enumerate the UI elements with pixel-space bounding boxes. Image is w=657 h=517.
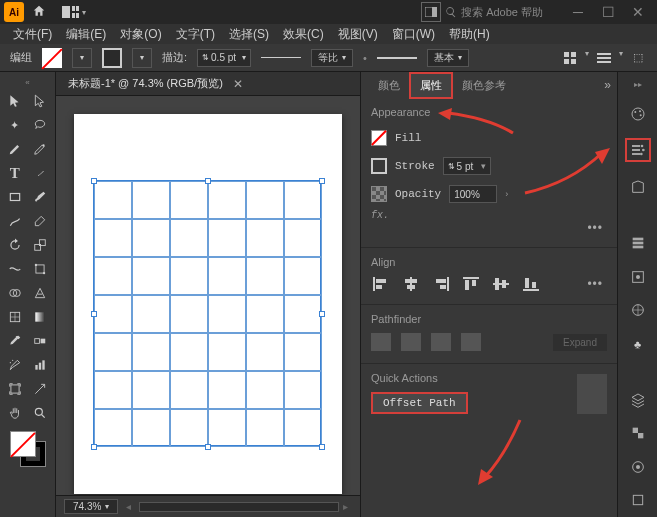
zoom-dropdown[interactable]: 74.3%▾	[64, 499, 118, 514]
gradient-panel-icon[interactable]: ♣	[625, 335, 651, 352]
align-h-center-icon[interactable]	[401, 276, 421, 292]
document-tab[interactable]: 未标题-1* @ 74.3% (RGB/预览)✕	[56, 72, 360, 96]
menu-view[interactable]: 视图(V)	[331, 26, 385, 43]
menu-select[interactable]: 选择(S)	[222, 26, 276, 43]
selection-tool-icon[interactable]	[2, 89, 28, 113]
align-more-icon[interactable]: •••	[587, 277, 607, 291]
symbol-sprayer-tool-icon[interactable]	[2, 353, 28, 377]
shape-mode-icon[interactable]: ⬚	[629, 49, 647, 67]
tab-properties[interactable]: 属性	[409, 72, 453, 99]
layers-panel-icon[interactable]	[625, 391, 651, 408]
menu-object[interactable]: 对象(O)	[113, 26, 168, 43]
graphic-styles-panel-icon[interactable]	[625, 492, 651, 509]
menu-edit[interactable]: 编辑(E)	[59, 26, 113, 43]
close-tab-icon[interactable]: ✕	[233, 77, 243, 91]
minimize-button[interactable]: ─	[563, 2, 593, 22]
zoom-tool-icon[interactable]	[28, 401, 54, 425]
align-left-icon[interactable]	[371, 276, 391, 292]
pf-unite-icon[interactable]	[371, 333, 391, 351]
gradient-tool-icon[interactable]	[28, 305, 54, 329]
align-v-center-icon[interactable]	[491, 276, 511, 292]
slice-tool-icon[interactable]	[28, 377, 54, 401]
brush-dropdown[interactable]: 基本 ▾	[427, 49, 469, 67]
type-tool-icon[interactable]: T	[2, 161, 28, 185]
home-icon[interactable]	[32, 4, 46, 20]
free-transform-tool-icon[interactable]	[28, 257, 54, 281]
pf-minus-front-icon[interactable]	[401, 333, 421, 351]
properties-panel-icon[interactable]	[625, 138, 651, 162]
artboard-tool-icon[interactable]	[2, 377, 28, 401]
appearance-more-icon[interactable]: •••	[371, 221, 607, 235]
symbols-panel-icon[interactable]	[625, 268, 651, 285]
fill-swatch-icon[interactable]	[371, 130, 387, 146]
tab-color[interactable]: 颜色	[369, 74, 409, 97]
menu-text[interactable]: 文字(T)	[169, 26, 222, 43]
swatches-panel-icon[interactable]	[625, 178, 651, 195]
blend-tool-icon[interactable]	[28, 329, 54, 353]
opacity-chevron-icon[interactable]: ›	[505, 189, 508, 199]
color-palette-icon[interactable]	[625, 105, 651, 122]
align-icon[interactable]	[595, 49, 613, 67]
panel-expand-icon[interactable]: »	[604, 78, 609, 92]
stroke-dropdown-icon[interactable]: ▾	[132, 48, 152, 68]
mesh-tool-icon[interactable]	[2, 305, 28, 329]
align-bottom-icon[interactable]	[521, 276, 541, 292]
expand-button[interactable]: Expand	[553, 334, 607, 351]
stroke-swatch-panel-icon[interactable]	[371, 158, 387, 174]
menu-file[interactable]: 文件(F)	[6, 26, 59, 43]
paintbrush-tool-icon[interactable]	[28, 185, 54, 209]
scale-tool-icon[interactable]	[28, 233, 54, 257]
shape-builder-tool-icon[interactable]	[2, 281, 28, 305]
opacity-swatch-icon[interactable]	[371, 186, 387, 202]
rotate-tool-icon[interactable]	[2, 233, 28, 257]
rectangle-tool-icon[interactable]	[2, 185, 28, 209]
fill-stroke-control[interactable]	[10, 431, 46, 467]
curvature-tool-icon[interactable]	[28, 137, 54, 161]
close-button[interactable]: ✕	[623, 2, 653, 22]
horizontal-scrollbar[interactable]	[139, 502, 339, 512]
opacity-style-icon[interactable]	[561, 49, 579, 67]
align-top-icon[interactable]	[461, 276, 481, 292]
shaper-tool-icon[interactable]	[2, 209, 28, 233]
align-right-icon[interactable]	[431, 276, 451, 292]
fill-color-icon[interactable]	[10, 431, 36, 457]
opacity-input[interactable]: 100%	[449, 185, 497, 203]
graph-tool-icon[interactable]	[28, 353, 54, 377]
fill-swatch[interactable]	[42, 48, 62, 68]
hand-tool-icon[interactable]	[2, 401, 28, 425]
fill-dropdown-icon[interactable]: ▾	[72, 48, 92, 68]
menu-window[interactable]: 窗口(W)	[385, 26, 442, 43]
brush-stroke-icon[interactable]	[377, 57, 417, 59]
stroke-weight-input[interactable]: ⇅0.5 pt▾	[197, 49, 251, 67]
menu-effect[interactable]: 效果(C)	[276, 26, 331, 43]
magic-wand-tool-icon[interactable]: ✦	[2, 113, 28, 137]
pf-exclude-icon[interactable]	[461, 333, 481, 351]
screen-mode-icon[interactable]	[421, 2, 441, 22]
tab-color-guide[interactable]: 颜色参考	[453, 74, 515, 97]
menu-help[interactable]: 帮助(H)	[442, 26, 497, 43]
canvas-viewport[interactable]	[56, 96, 360, 495]
pf-intersect-icon[interactable]	[431, 333, 451, 351]
direct-select-tool-icon[interactable]	[28, 89, 54, 113]
arrange-docs-icon[interactable]: ▾	[62, 2, 86, 22]
stroke-weight-panel-input[interactable]: ⇅5 pt▾	[443, 157, 491, 175]
eyedropper-tool-icon[interactable]	[2, 329, 28, 353]
selected-grid-object[interactable]	[93, 180, 321, 446]
brushes-panel-icon[interactable]	[625, 235, 651, 252]
fx-button[interactable]: fx.	[371, 210, 607, 221]
variable-width-icon[interactable]	[261, 57, 301, 58]
width-tool-icon[interactable]	[2, 257, 28, 281]
artboard[interactable]	[74, 114, 342, 494]
transparency-panel-icon[interactable]	[625, 425, 651, 442]
search-box[interactable]: 搜索 Adobe 帮助	[445, 5, 543, 20]
eraser-tool-icon[interactable]	[28, 209, 54, 233]
stroke-swatch-icon[interactable]	[102, 48, 122, 68]
stroke-panel-icon[interactable]	[625, 302, 651, 319]
appearance-panel-icon[interactable]	[625, 458, 651, 475]
maximize-button[interactable]: ☐	[593, 2, 623, 22]
perspective-tool-icon[interactable]	[28, 281, 54, 305]
width-profile-dropdown[interactable]: 等比 ▾	[311, 49, 353, 67]
pen-tool-icon[interactable]	[2, 137, 28, 161]
offset-path-button[interactable]: Offset Path	[371, 392, 468, 414]
lasso-tool-icon[interactable]	[28, 113, 54, 137]
